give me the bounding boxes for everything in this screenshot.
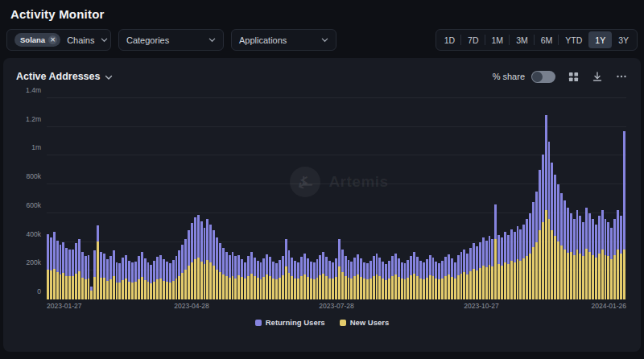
stacked-bar bbox=[438, 98, 440, 299]
stacked-bar bbox=[50, 98, 52, 299]
stacked-bar bbox=[388, 98, 390, 299]
stacked-bar bbox=[118, 98, 121, 299]
stacked-bar bbox=[197, 98, 200, 299]
stacked-bar bbox=[254, 98, 256, 299]
stacked-bar bbox=[109, 98, 112, 299]
stacked-bar bbox=[113, 98, 115, 299]
applications-dropdown[interactable]: Applications bbox=[231, 29, 336, 51]
stacked-bar bbox=[345, 98, 347, 299]
legend-item-new-users[interactable]: New Users bbox=[340, 318, 390, 327]
stacked-bar bbox=[138, 98, 140, 299]
stacked-bar bbox=[178, 98, 180, 299]
stacked-bar bbox=[466, 98, 469, 299]
stacked-bar bbox=[514, 98, 516, 299]
stacked-bar bbox=[522, 98, 525, 299]
stacked-bar bbox=[401, 98, 403, 299]
stacked-bar bbox=[225, 98, 228, 299]
stacked-bar bbox=[229, 98, 231, 299]
categories-dropdown-label: Categories bbox=[126, 35, 202, 45]
categories-dropdown[interactable]: Categories bbox=[118, 29, 224, 51]
chains-dropdown[interactable]: Solana ✕ Chains bbox=[6, 29, 111, 51]
stacked-bar bbox=[529, 98, 531, 299]
stacked-bar bbox=[307, 98, 309, 299]
time-range-7d[interactable]: 7D bbox=[461, 31, 485, 48]
stacked-bar bbox=[369, 98, 372, 299]
x-axis-tick: 2023-01-27 bbox=[47, 302, 81, 310]
download-icon[interactable] bbox=[591, 70, 604, 83]
stacked-bar bbox=[494, 98, 497, 299]
time-range-1y[interactable]: 1Y bbox=[588, 31, 612, 48]
time-range-6m[interactable]: 6M bbox=[535, 31, 559, 48]
stacked-bar bbox=[473, 98, 475, 299]
stacked-bar bbox=[56, 98, 59, 299]
time-range-1m[interactable]: 1M bbox=[485, 31, 510, 48]
stacked-bar bbox=[169, 98, 171, 299]
stacked-bar bbox=[328, 98, 331, 299]
stacked-bar bbox=[200, 98, 203, 299]
stacked-bar bbox=[551, 98, 553, 299]
stacked-bar bbox=[213, 98, 215, 299]
stacked-bar bbox=[605, 98, 607, 299]
stacked-bar bbox=[560, 98, 563, 299]
stacked-bar bbox=[232, 98, 234, 299]
time-range-3m[interactable]: 3M bbox=[510, 31, 535, 48]
stacked-bar bbox=[250, 98, 253, 299]
time-range-3y[interactable]: 3Y bbox=[612, 31, 635, 48]
stacked-bar bbox=[65, 98, 68, 299]
stacked-bar bbox=[613, 98, 616, 299]
stacked-bar bbox=[97, 98, 99, 299]
stacked-bar bbox=[166, 98, 168, 299]
metric-selector[interactable]: Active Addresses bbox=[16, 71, 112, 82]
stacked-bar bbox=[607, 98, 609, 299]
solana-chip[interactable]: Solana ✕ bbox=[14, 33, 60, 47]
stacked-bar bbox=[72, 98, 74, 299]
y-axis-tick: 1.2m bbox=[26, 115, 41, 123]
stacked-bar bbox=[435, 98, 437, 299]
stacked-bar bbox=[366, 98, 369, 299]
stacked-bar bbox=[410, 98, 412, 299]
stacked-bar bbox=[610, 98, 613, 299]
stacked-bar bbox=[526, 98, 528, 299]
stacked-bar bbox=[353, 98, 356, 299]
legend-item-returning-users[interactable]: Returning Users bbox=[255, 318, 325, 327]
app-header: Activity Monitor bbox=[0, 0, 644, 24]
legend-swatch bbox=[255, 320, 262, 326]
ellipsis-icon[interactable] bbox=[615, 70, 628, 83]
stacked-bar bbox=[300, 98, 303, 299]
share-toggle-wrap: % share bbox=[493, 71, 555, 83]
stacked-bar bbox=[585, 98, 588, 299]
stacked-bar bbox=[404, 98, 407, 299]
stacked-bar bbox=[204, 98, 206, 299]
stacked-bar bbox=[219, 98, 221, 299]
stacked-bar bbox=[542, 98, 544, 299]
stacked-bar bbox=[338, 98, 341, 299]
y-axis-tick: 0 bbox=[37, 287, 41, 295]
stacked-bar bbox=[545, 98, 547, 299]
share-toggle[interactable] bbox=[531, 71, 555, 83]
stacked-bar bbox=[279, 98, 281, 299]
time-range-ytd[interactable]: YTD bbox=[559, 31, 588, 48]
legend-label: Returning Users bbox=[266, 318, 325, 327]
time-range-1d[interactable]: 1D bbox=[438, 31, 461, 48]
stacked-bar bbox=[460, 98, 463, 299]
stacked-bar bbox=[519, 98, 522, 299]
chip-remove-icon[interactable]: ✕ bbox=[48, 35, 57, 44]
stacked-bar bbox=[419, 98, 422, 299]
y-axis-tick: 200k bbox=[27, 258, 41, 266]
stacked-bar bbox=[335, 98, 337, 299]
stacked-bar bbox=[90, 98, 93, 299]
stacked-bar bbox=[579, 98, 581, 299]
stacked-bar bbox=[163, 98, 165, 299]
stacked-bar bbox=[398, 98, 400, 299]
stacked-bar bbox=[576, 98, 579, 299]
grid-icon[interactable] bbox=[567, 70, 580, 83]
plot-area[interactable] bbox=[47, 98, 626, 299]
filter-row: Solana ✕ Chains Categories Applications … bbox=[0, 24, 644, 51]
stacked-bar bbox=[257, 98, 259, 299]
stacked-bar bbox=[47, 98, 49, 299]
stacked-bar bbox=[116, 98, 118, 299]
stacked-bar bbox=[60, 98, 62, 299]
stacked-bar bbox=[357, 98, 359, 299]
stacked-bar bbox=[373, 98, 375, 299]
chart-panel-header: Active Addresses % share bbox=[16, 68, 628, 85]
